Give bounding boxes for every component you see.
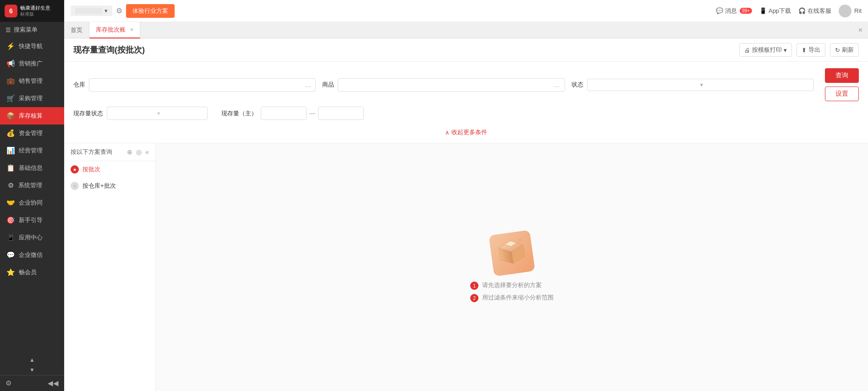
topbar: ▾ ⚙ 体验行业方案 💬 消息 99+ 📱 App下载 🎧 在线客服 Rit — [64, 0, 868, 22]
stock-qty-range: — — [261, 107, 364, 120]
sidebar-item-enterprise[interactable]: 🤝 企业协同 — [0, 194, 64, 212]
stock-status-arrow-icon: ▾ — [157, 110, 203, 117]
collapse-label: 收起更多条件 — [451, 128, 487, 136]
scheme-settings-icon[interactable]: ◎ — [136, 148, 142, 156]
filter-collapse-row[interactable]: ∧ 收起更多条件 — [73, 125, 859, 138]
sidebar-label-marketing: 营销推广 — [19, 60, 43, 68]
export-button[interactable]: ⬆ 导出 — [797, 43, 825, 57]
stock-qty-dash: — — [309, 110, 315, 117]
stock-status-field: 现存量状态 ▾ — [73, 107, 208, 120]
sidebar-item-finance[interactable]: 💰 资金管理 — [0, 125, 64, 142]
page-header: 现存量查询(按批次) 🖨 按模板打印 ▾ ⬆ 导出 ↻ 刷新 — [64, 38, 868, 62]
warehouse-input-wrap[interactable]: … — [89, 78, 316, 92]
sidebar: 6 畅康通好生意 标准版 ☰ 搜索菜单 ⚡ 快捷导航 📢 营销推广 💼 销售管理… — [0, 0, 64, 391]
online-service-button[interactable]: 🎧 在线客服 — [798, 7, 831, 15]
sidebar-search[interactable]: ☰ 搜索菜单 — [0, 22, 64, 38]
stock-qty-min-input[interactable] — [261, 107, 307, 120]
enterprise-icon: 🤝 — [6, 199, 15, 207]
add-scheme-icon[interactable]: ⊕ — [127, 148, 132, 156]
body-area: 按以下方案查询 ⊕ ◎ « ● 按批次 ○ 按仓库+批次 — [64, 143, 868, 391]
tab-close-icon[interactable]: × — [130, 27, 133, 33]
sidebar-scroll-up[interactable]: ▲ — [0, 355, 64, 365]
warehouse-field: 仓库 … — [73, 78, 316, 92]
filter-area: 仓库 … 商品 … 状态 ▾ — [64, 62, 868, 143]
stock-qty-max-input[interactable] — [318, 107, 364, 120]
sidebar-item-wechat[interactable]: 💬 企业微信 — [0, 246, 64, 264]
left-panel-icons: ⊕ ◎ « — [127, 148, 149, 156]
scheme-item-warehouse-batch[interactable]: ○ 按仓库+批次 — [64, 178, 155, 194]
topbar-dropdown[interactable]: ▾ — [71, 5, 112, 16]
stock-status-select[interactable]: ▾ — [107, 107, 208, 120]
warehouse-more-icon[interactable]: … — [305, 81, 311, 88]
tab-bar: 首页 库存批次账 × × — [64, 22, 868, 38]
product-input-wrap[interactable]: … — [338, 78, 565, 92]
scheme-item-batch[interactable]: ● 按批次 — [64, 161, 155, 178]
tab-inventory-batch[interactable]: 库存批次账 × — [89, 22, 140, 38]
panel-close-button[interactable]: × — [853, 22, 868, 38]
tab-home[interactable]: 首页 — [64, 22, 89, 38]
stock-qty-label: 现存量（主） — [221, 109, 257, 118]
collapse-arrow-icon: ∧ — [445, 129, 450, 136]
sidebar-label-wechat: 企业微信 — [19, 251, 43, 259]
sidebar-label-purchase: 采购管理 — [19, 94, 43, 103]
main-area: ▾ ⚙ 体验行业方案 💬 消息 99+ 📱 App下载 🎧 在线客服 Rit — [64, 0, 868, 391]
collapse-left-panel-icon[interactable]: « — [145, 148, 149, 156]
trial-button[interactable]: 体验行业方案 — [126, 4, 175, 18]
service-label: 在线客服 — [808, 7, 831, 15]
left-panel-title: 按以下方案查询 — [71, 148, 112, 156]
scheme-label-batch: 按批次 — [82, 165, 100, 174]
user-area[interactable]: Rit — [839, 5, 862, 17]
basic-icon: 📋 — [6, 164, 15, 172]
status-label: 状态 — [571, 81, 583, 89]
sidebar-item-guide[interactable]: 🎯 新手引导 — [0, 212, 64, 229]
finance-icon: 💰 — [6, 129, 15, 137]
sidebar-item-operations[interactable]: 📊 经营管理 — [0, 142, 64, 159]
sidebar-item-basic[interactable]: 📋 基础信息 — [0, 159, 64, 177]
template-print-button[interactable]: 🖨 按模板打印 ▾ — [739, 43, 792, 57]
tab-active-label: 库存批次账 — [96, 26, 126, 34]
warehouse-input[interactable] — [94, 81, 303, 88]
print-icon: 🖨 — [744, 47, 750, 54]
status-select[interactable]: ▾ — [587, 79, 814, 91]
sidebar-logo: 6 畅康通好生意 标准版 — [0, 0, 64, 22]
settings-bottom-icon[interactable]: ⚙ — [5, 379, 11, 387]
product-more-icon[interactable]: … — [554, 81, 560, 88]
sidebar-item-sales[interactable]: 💼 销售管理 — [0, 72, 64, 90]
content-area: 现存量查询(按批次) 🖨 按模板打印 ▾ ⬆ 导出 ↻ 刷新 — [64, 38, 868, 391]
sidebar-item-purchase[interactable]: 🛒 采购管理 — [0, 90, 64, 107]
step-2-label: 用过滤条件来缩小分析范围 — [482, 293, 554, 302]
query-button[interactable]: 查询 — [825, 68, 859, 83]
sidebar-label-sales: 销售管理 — [19, 77, 43, 85]
sidebar-label-operations: 经营管理 — [19, 147, 43, 155]
step-1-num: 1 — [470, 282, 478, 290]
sidebar-label-enterprise: 企业协同 — [19, 199, 43, 207]
app-download-button[interactable]: 📱 App下载 — [759, 7, 791, 15]
print-dropdown-icon: ▾ — [784, 47, 787, 54]
status-field: 状态 ▾ — [571, 79, 814, 91]
product-input[interactable] — [343, 81, 552, 88]
guide-icon: 🎯 — [6, 216, 15, 224]
collapse-sidebar-icon[interactable]: ◀◀ — [48, 379, 59, 387]
product-field: 商品 … — [322, 78, 565, 92]
export-icon: ⬆ — [802, 47, 807, 54]
empty-step-1: 1 请先选择要分析的方案 — [470, 281, 554, 290]
operations-icon: 📊 — [6, 147, 15, 155]
sidebar-label-shortcut: 快捷导航 — [19, 42, 43, 50]
refresh-button[interactable]: ↻ 刷新 — [830, 43, 859, 57]
sidebar-label-inventory: 库存核算 — [19, 112, 43, 120]
sidebar-item-inventory[interactable]: 📦 库存核算 — [0, 107, 64, 125]
sidebar-item-system[interactable]: ⚙ 系统管理 — [0, 177, 64, 194]
left-panel-header: 按以下方案查询 ⊕ ◎ « — [64, 143, 155, 161]
sidebar-scroll-down[interactable]: ▼ — [0, 365, 64, 375]
sidebar-item-marketing[interactable]: 📢 营销推广 — [0, 55, 64, 72]
sidebar-item-shortcut[interactable]: ⚡ 快捷导航 — [0, 38, 64, 55]
messages-button[interactable]: 💬 消息 99+ — [716, 7, 752, 15]
sidebar-item-apps[interactable]: 📱 应用中心 — [0, 229, 64, 246]
empty-state: ✦ · 1 请先选择要分析的方案 2 用过滤条件来缩小分析范围 — [470, 233, 554, 302]
sidebar-item-member[interactable]: ⭐ 畅会员 — [0, 264, 64, 281]
member-icon: ⭐ — [6, 268, 15, 277]
sidebar-label-basic: 基础信息 — [19, 164, 43, 172]
topbar-gear-icon[interactable]: ⚙ — [116, 6, 122, 15]
set-button[interactable]: 设置 — [825, 87, 859, 101]
search-label: 搜索菜单 — [14, 26, 38, 34]
